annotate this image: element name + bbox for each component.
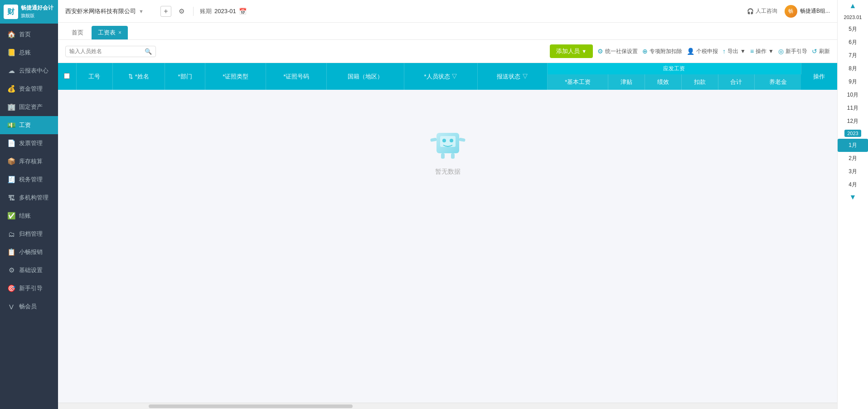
period-value: 2023-01 (214, 8, 236, 15)
newbie-action[interactable]: ◎ 新手引导 (778, 48, 807, 55)
sidebar-item-tax[interactable]: 🧾 税务管理 (0, 170, 58, 189)
operation-icon: ≡ (750, 48, 754, 55)
sidebar-item-close-account[interactable]: ✅ 结账 (0, 207, 58, 225)
tax-declare-icon: 👤 (687, 48, 694, 55)
tab-close-icon[interactable]: × (118, 29, 121, 36)
empty-state: 暂无数据 (58, 90, 837, 212)
salary-table: 工号 ⇅ *姓名 *部门 *证照类型 *证照号码 国籍（地区） *人员状态 ▽ … (58, 63, 837, 90)
th-checkbox[interactable] (58, 63, 76, 90)
app-edition: 旗舰版 (21, 13, 53, 19)
date-nav-down[interactable]: ▼ (848, 191, 858, 203)
svg-rect-7 (458, 138, 465, 142)
main-area: 西安虾米网络科技有限公司 ▼ + ⚙ 账期 2023-01 📅 🎧 人工咨询 畅… (58, 0, 837, 409)
tab-home-label: 首页 (72, 29, 83, 37)
sidebar-icon-fixed-asset: 🏢 (7, 103, 15, 111)
tab-salary-table[interactable]: 工资表 × (92, 26, 128, 39)
tabs-bar: 首页 工资表 × (58, 23, 837, 40)
svg-rect-6 (430, 138, 437, 142)
export-action[interactable]: ↑ 导出 ▼ (723, 48, 746, 55)
sidebar-item-guide[interactable]: 🎯 新手引导 (0, 279, 58, 297)
social-security-label: 统一社保设置 (605, 48, 638, 55)
report-status-filter-icon[interactable]: ▽ (522, 73, 528, 80)
sidebar-item-home[interactable]: 🏠 首页 (0, 25, 58, 44)
month-2022-12[interactable]: 12月 (838, 115, 868, 128)
horizontal-scrollbar[interactable] (58, 403, 837, 409)
table-header-row1: 工号 ⇅ *姓名 *部门 *证照类型 *证照号码 国籍（地区） *人员状态 ▽ … (58, 63, 837, 74)
tab-home[interactable]: 首页 (65, 26, 90, 39)
sidebar-label-ledger: 总账 (19, 49, 31, 57)
date-nav-up[interactable]: ▲ (848, 0, 858, 12)
human-service-button[interactable]: 🎧 人工咨询 (747, 7, 777, 15)
th-person-status: *人员状态 ▽ (404, 63, 478, 90)
sidebar-label-expense: 小畅报销 (19, 248, 43, 256)
sidebar-item-member[interactable]: V 畅会员 (0, 297, 58, 316)
month-2022-05[interactable]: 5月 (838, 23, 868, 36)
empty-icon (427, 126, 468, 162)
sidebar-item-fund[interactable]: 💰 资金管理 (0, 80, 58, 98)
sidebar-item-archive[interactable]: 🗂 归档管理 (0, 225, 58, 243)
month-2022-07[interactable]: 7月 (838, 49, 868, 62)
search-input[interactable] (69, 48, 142, 54)
person-status-filter-icon[interactable]: ▽ (451, 73, 457, 80)
company-selector[interactable]: 西安虾米网络科技有限公司 ▼ (65, 7, 156, 15)
sidebar-item-multi-org[interactable]: 🏗 多机构管理 (0, 189, 58, 207)
svg-point-2 (442, 139, 446, 142)
th-id-no: *证照号码 (266, 63, 327, 90)
month-2023-03[interactable]: 3月 (838, 165, 868, 178)
special-deduction-action[interactable]: ⊕ 专项附加扣除 (642, 48, 682, 55)
th-action: 操作 (801, 63, 837, 90)
sidebar-item-invoice[interactable]: 📄 发票管理 (0, 134, 58, 152)
month-2023-01[interactable]: 1月 (838, 139, 868, 152)
sidebar-icon-ledger: 📒 (7, 49, 15, 57)
headset-icon: 🎧 (747, 8, 754, 15)
month-2022-11[interactable]: 11月 (838, 102, 868, 115)
logo-text-wrap: 畅捷通好会计 旗舰版 (21, 5, 53, 19)
search-icon: 🔍 (145, 48, 152, 55)
month-2023-04[interactable]: 4月 (838, 178, 868, 191)
sidebar-icon-archive: 🗂 (7, 230, 15, 238)
sidebar-item-cloud-report[interactable]: ☁ 云报表中心 (0, 62, 58, 80)
calendar-icon[interactable]: 📅 (239, 8, 247, 15)
header-divider (193, 7, 194, 16)
month-2023-02[interactable]: 2月 (838, 152, 868, 165)
sidebar-item-salary[interactable]: 💵 工资 (0, 116, 58, 134)
sidebar-item-fixed-asset[interactable]: 🏢 固定资产 (0, 98, 58, 116)
social-security-action[interactable]: ⚙ 统一社保设置 (597, 48, 638, 55)
th-base-salary: *基本工资 (548, 74, 608, 90)
sidebar-label-salary: 工资 (19, 121, 31, 129)
month-2022-06[interactable]: 6月 (838, 36, 868, 49)
refresh-label: 刷新 (819, 48, 830, 55)
refresh-action[interactable]: ↺ 刷新 (812, 48, 830, 55)
th-nationality: 国籍（地区） (327, 63, 404, 90)
operation-action[interactable]: ≡ 操作 ▼ (750, 48, 774, 55)
toolbar-right: 添加人员 ▼ ⚙ 统一社保设置 ⊕ 专项附加扣除 👤 个税申报 ↑ 导出 (550, 44, 830, 58)
sidebar-icon-multi-org: 🏗 (7, 194, 15, 202)
sidebar-label-guide: 新手引导 (19, 284, 43, 292)
select-all-checkbox[interactable] (64, 73, 70, 79)
newbie-label: 新手引导 (786, 48, 807, 55)
social-security-icon: ⚙ (597, 48, 603, 55)
year-2023-badge: 2023 (844, 130, 861, 137)
refresh-icon: ↺ (812, 48, 817, 55)
sidebar-item-stock[interactable]: 📦 库存核算 (0, 152, 58, 170)
company-settings-button[interactable]: ⚙ (176, 6, 187, 17)
export-dropdown-icon: ▼ (740, 48, 746, 54)
user-menu[interactable]: 畅 畅捷通B组... (785, 5, 830, 18)
sidebar-item-expense[interactable]: 📋 小畅报销 (0, 243, 58, 261)
month-2022-10[interactable]: 10月 (838, 88, 868, 102)
company-name: 西安虾米网络科技有限公司 (65, 7, 136, 15)
add-person-button[interactable]: 添加人员 ▼ (550, 44, 593, 58)
special-deduction-label: 专项附加扣除 (650, 48, 682, 55)
month-2022-08[interactable]: 8月 (838, 62, 868, 75)
sidebar-label-archive: 归档管理 (19, 230, 43, 238)
add-company-button[interactable]: + (160, 6, 171, 17)
app-logo: 财 畅捷通好会计 旗舰版 (0, 0, 58, 24)
sidebar-icon-close-account: ✅ (7, 212, 15, 220)
th-report-status: 报送状态 ▽ (478, 63, 548, 90)
sidebar-item-ledger[interactable]: 📒 总账 (0, 44, 58, 62)
sidebar-item-basic-settings[interactable]: ⚙ 基础设置 (0, 261, 58, 279)
tax-declare-action[interactable]: 👤 个税申报 (687, 48, 718, 55)
content-area: 🔍 添加人员 ▼ ⚙ 统一社保设置 ⊕ 专项附加扣除 👤 个税申报 (58, 40, 837, 409)
month-2022-09[interactable]: 9月 (838, 75, 868, 88)
scrollbar-thumb[interactable] (149, 404, 353, 408)
